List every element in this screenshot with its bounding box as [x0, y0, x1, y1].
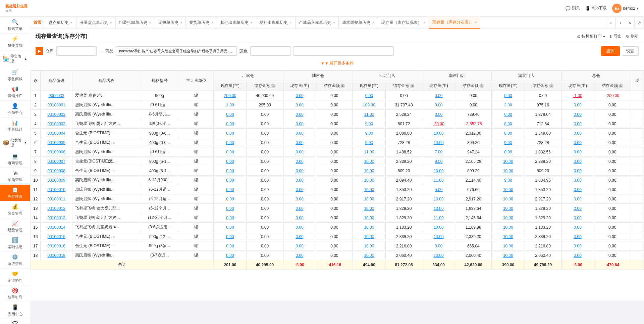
cell-code[interactable]: 00100003 — [41, 119, 72, 129]
cell-factory-qty[interactable]: 1.00 — [214, 100, 247, 110]
tab-close-icon[interactable]: × — [424, 21, 426, 25]
warehouse-dots[interactable]: ··· — [99, 49, 103, 53]
cell-nanan-qty[interactable]: 10.00 — [422, 223, 455, 232]
cell-yubei-qty[interactable]: 10.00 — [492, 251, 525, 260]
cell-jiangbei-qty[interactable]: 10.00 — [353, 213, 385, 223]
cell-yubei-qty[interactable]: 10.00 — [492, 223, 525, 232]
cell-total-qty[interactable]: 0.00 — [561, 119, 594, 129]
product-input[interactable]: babycare孕妇待产包 春季入院全套母子组合孕妇产后冬季月子用品 22件套 … — [116, 46, 237, 56]
cell-factory-qty[interactable]: 0.00 — [214, 157, 247, 166]
cell-lucun-qty[interactable]: 0.00 — [283, 213, 316, 223]
cell-lucun-qty[interactable]: 0.00 — [283, 241, 316, 251]
tab-close-icon[interactable]: × — [149, 21, 151, 25]
cell-lucun-qty[interactable]: 0.00 — [283, 129, 316, 138]
cell-total-qty[interactable]: 0.00 — [561, 110, 594, 119]
tab-close-icon[interactable]: × — [251, 21, 253, 25]
cell-factory-qty[interactable]: 0.00 — [214, 119, 247, 129]
cell-jiangbei-qty[interactable]: 10.00 — [353, 251, 385, 260]
cell-jiangbei-qty[interactable]: 0.00 — [353, 91, 385, 100]
cell-code[interactable]: 00100004 — [41, 129, 72, 138]
cell-code[interactable]: 00100016 — [41, 241, 72, 251]
cell-nanan-qty[interactable]: 11.00 — [422, 176, 455, 185]
cell-total-qty[interactable]: 0.00 — [561, 176, 594, 185]
cell-lucun-qty[interactable]: 0.00 — [283, 100, 316, 110]
cell-factory-qty[interactable]: 0.00 — [214, 241, 247, 251]
tab-close-icon[interactable]: × — [290, 21, 292, 25]
cell-lucun-qty[interactable]: 0.00 — [283, 194, 316, 204]
cell-factory-qty[interactable]: 0.00 — [214, 213, 247, 223]
cell-total-qty[interactable]: 0.00 — [561, 204, 594, 213]
print-btn[interactable]: 🖨 按模板打印 ▾ — [576, 34, 605, 39]
sidebar-item-inventory[interactable]: 📋 库存核算 — [0, 185, 30, 201]
cell-total-qty[interactable]: 0.00 — [561, 157, 594, 166]
cell-yubei-qty[interactable]: 10.00 — [492, 204, 525, 213]
tab-stock-dist[interactable]: 现存量（库存分布表） × — [429, 17, 480, 29]
cell-code[interactable]: 00100006 — [41, 147, 72, 157]
cell-code[interactable]: 00100002 — [41, 110, 72, 119]
cell-factory-qty[interactable]: 0.00 — [214, 185, 247, 194]
tab-close-icon[interactable]: × — [180, 21, 182, 25]
cell-jiangbei-qty[interactable]: 10.00 — [353, 232, 385, 241]
cell-yubei-qty[interactable]: 10.00 — [492, 213, 525, 223]
settings-btn[interactable]: 设置 — [622, 46, 639, 56]
sidebar-item-appstore[interactable]: 📱 应用中心 — [0, 302, 30, 319]
sidebar-item-quicknav[interactable]: ⚡ 快捷导航 — [0, 34, 30, 50]
cell-factory-qty[interactable]: 0.00 — [214, 147, 247, 157]
cell-nanan-qty[interactable]: 5.00 — [422, 185, 455, 194]
sidebar-item-basic-info[interactable]: ℹ️ 基础信息 — [0, 235, 30, 252]
table-settings-header[interactable]: ⚙ — [31, 71, 41, 91]
tab-split-inventory[interactable]: 分量盘点单历史 × — [76, 17, 116, 29]
sidebar-item-retail-stats[interactable]: 📊 零售统计 — [0, 118, 30, 134]
cell-code[interactable]: 00100014 — [41, 223, 72, 232]
tab-finished-in[interactable]: 产成品入库单历史 × — [296, 17, 339, 29]
cell-yubei-qty[interactable]: 10.00 — [492, 232, 525, 241]
cell-yubei-qty[interactable]: 9.00 — [492, 176, 525, 185]
cell-factory-qty[interactable]: 0.00 — [214, 223, 247, 232]
cell-nanan-qty[interactable]: 10.00 — [422, 204, 455, 213]
sidebar-item-marketing[interactable]: 📢 营销推广 — [0, 84, 30, 101]
tab-material-out[interactable]: 材料出库单历史 × — [256, 17, 296, 29]
cell-code[interactable]: 00100013 — [41, 213, 72, 223]
tab-assembly[interactable]: 组装拆卸单历史 × — [116, 17, 155, 29]
cell-total-qty[interactable]: 0.00 — [561, 213, 594, 223]
sidebar-item-retail-mgmt[interactable]: 🏪 零售管理 ▲ — [0, 50, 30, 67]
export-btn[interactable]: ⬇ 导出 — [609, 34, 622, 39]
tab-close-icon[interactable]: × — [110, 21, 112, 25]
cell-factory-qty[interactable]: 0.00 — [214, 204, 247, 213]
tab-inventory-history[interactable]: 盘点单历史 × — [45, 17, 76, 29]
cell-lucun-qty[interactable]: 0.00 — [283, 147, 316, 157]
user-menu[interactable]: Ea demo2 ▾ — [612, 4, 639, 13]
cell-lucun-qty[interactable]: 0.00 — [283, 176, 316, 185]
cell-factory-qty[interactable]: 0.00 — [214, 166, 247, 176]
cell-nanan-qty[interactable]: 3.00 — [422, 110, 455, 119]
color-input[interactable] — [250, 46, 290, 56]
sidebar-item-collab[interactable]: 🤝 企业协同 — [0, 269, 30, 285]
cell-yubei-qty[interactable]: 10.00 — [492, 185, 525, 194]
cell-nanan-qty[interactable]: 9.00 — [422, 157, 455, 166]
tab-close-all-btn[interactable]: × — [625, 17, 635, 29]
cell-jiangbei-qty[interactable]: 10.00 — [353, 194, 385, 204]
cell-factory-qty[interactable]: 0.00 — [214, 138, 247, 147]
cell-yubei-qty[interactable]: 8.00 — [492, 129, 525, 138]
tab-other-out[interactable]: 其他出库单历史 × — [217, 17, 256, 29]
cell-lucun-qty[interactable]: 0.00 — [283, 157, 316, 166]
tab-next-btn[interactable]: › — [616, 17, 625, 29]
cell-code[interactable]: 00100001 — [41, 100, 72, 110]
cell-jiangbei-qty[interactable]: 109.00 — [353, 100, 385, 110]
cell-factory-qty[interactable]: 0.00 — [214, 110, 247, 119]
search-btn[interactable]: 查询 — [601, 46, 620, 56]
cell-total-qty[interactable]: 0.00 — [561, 100, 594, 110]
cell-total-qty[interactable]: 0.00 — [561, 185, 594, 194]
tab-close-icon[interactable]: × — [211, 21, 213, 25]
cell-code[interactable]: 00100007 — [41, 157, 72, 166]
cell-nanan-qty[interactable]: 10.00 — [422, 232, 455, 241]
cell-factory-qty[interactable]: 0.00 — [214, 129, 247, 138]
cell-jiangbei-qty[interactable]: 9.00 — [353, 129, 385, 138]
cell-jiangbei-qty[interactable]: 9.00 — [353, 119, 385, 129]
cell-nanan-qty[interactable]: 10.00 — [422, 166, 455, 176]
app-download-btn[interactable]: 📱 App下载 — [585, 5, 607, 11]
tab-stock-status[interactable]: 现存量（库存状况表） × — [378, 17, 429, 29]
cell-yubei-qty[interactable]: 10.00 — [492, 194, 525, 204]
cell-total-qty[interactable]: 0.00 — [561, 166, 594, 176]
cell-nanan-qty[interactable]: 11.00 — [422, 213, 455, 223]
